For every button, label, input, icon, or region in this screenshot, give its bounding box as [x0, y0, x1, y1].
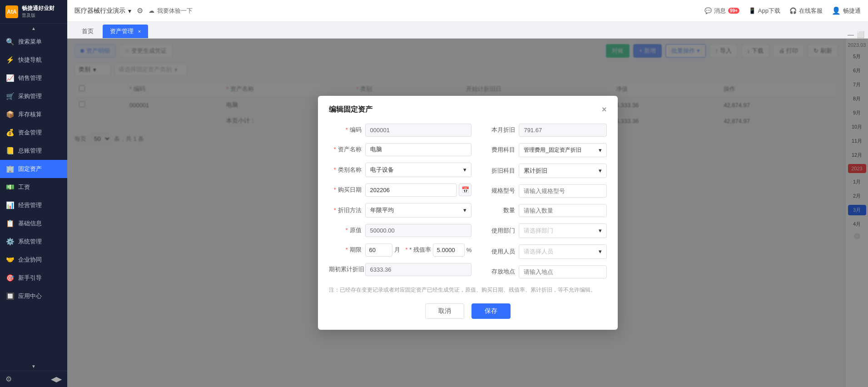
field-expense-subject-select[interactable]: 管理费用_固定资产折旧 ▾: [519, 143, 606, 157]
sidebar-item-search[interactable]: 🔍 搜索菜单: [0, 33, 67, 51]
field-spec-input[interactable]: [519, 184, 606, 198]
field-dep-subject: 折旧科目 累计折旧 ▾: [482, 164, 606, 178]
field-residual-input[interactable]: [433, 243, 465, 257]
settings-button[interactable]: ⚙: [137, 6, 143, 15]
topbar-left: 医疗器械行业演示 ▾ ⚙ ☁ 我要体验一下: [74, 6, 193, 15]
field-quantity-input[interactable]: [519, 204, 606, 217]
field-spec: 规格型号: [482, 184, 606, 198]
chevron-down-icon: ▾: [128, 7, 131, 15]
field-code-input[interactable]: [365, 124, 472, 137]
sidebar-item-guide[interactable]: 🎯 新手引导: [0, 269, 67, 287]
sidebar-item-operations[interactable]: 📊 经营管理: [0, 196, 67, 214]
sidebar-item-purchase[interactable]: 🛒 采购管理: [0, 87, 67, 105]
sidebar-item-system[interactable]: ⚙️ 系统管理: [0, 233, 67, 251]
cloud-icon: ☁: [149, 7, 154, 14]
tabbar: 首页 资产管理 × — ⬜: [67, 22, 868, 39]
field-expense-subject: 费用科目 管理费用_固定资产折旧 ▾: [482, 143, 606, 157]
main-area: 医疗器械行业演示 ▾ ⚙ ☁ 我要体验一下 💬 消息 99+ 📱 App下载 🎧…: [67, 0, 868, 387]
field-dept-label: 使用部门: [482, 227, 515, 235]
operations-icon: 📊: [5, 201, 15, 210]
topbar: 医疗器械行业演示 ▾ ⚙ ☁ 我要体验一下 💬 消息 99+ 📱 App下载 🎧…: [67, 0, 868, 22]
sidebar-item-app-center[interactable]: 🔲 应用中心: [0, 287, 67, 305]
field-purchase-date-input[interactable]: [365, 184, 457, 197]
sidebar-item-finance[interactable]: 💰 资金管理: [0, 124, 67, 142]
tab-close-button[interactable]: ×: [138, 29, 141, 34]
calendar-icon[interactable]: 📅: [459, 184, 471, 196]
modal-close-button[interactable]: ×: [602, 105, 607, 114]
field-quantity: 数量: [482, 204, 606, 217]
save-button[interactable]: 保存: [471, 303, 511, 319]
company-selector[interactable]: 医疗器械行业演示 ▾: [74, 7, 131, 15]
chevron-down-icon6: ▾: [463, 207, 466, 213]
sidebar-item-basic-info[interactable]: 📋 基础信息: [0, 214, 67, 233]
app-download-button[interactable]: 📱 App下载: [749, 7, 780, 15]
building-icon: 🏢: [5, 164, 15, 174]
download-icon: 📱: [749, 7, 756, 14]
sidebar-item-ledger[interactable]: 📒 总账管理: [0, 142, 67, 160]
customer-service-button[interactable]: 🎧 在线客服: [789, 7, 823, 15]
field-name-input[interactable]: [365, 143, 472, 156]
chevron-down-icon10: ▾: [599, 248, 602, 255]
field-category: 类别名称 电子设备 ▾: [329, 163, 472, 177]
modal-right-col: 本月折旧 费用科目 管理费用_固定资产折旧 ▾: [482, 124, 606, 278]
field-monthly-dep: 本月折旧: [482, 124, 606, 137]
user-menu[interactable]: 👤 畅捷通: [832, 6, 861, 15]
sidebar-item-fixed-assets[interactable]: 🏢 固定资产: [0, 160, 67, 178]
window-minimize-button[interactable]: —: [848, 31, 854, 38]
field-user-select[interactable]: 请选择人员 ▾: [519, 244, 606, 259]
field-quantity-label: 数量: [482, 206, 515, 214]
field-original-label: 原值: [329, 226, 362, 234]
tab-home[interactable]: 首页: [74, 25, 101, 38]
system-icon: ⚙️: [5, 237, 15, 246]
field-period-input[interactable]: [365, 243, 392, 257]
messages-button[interactable]: 💬 消息 99+: [704, 7, 739, 15]
field-purchase-date-label: 购买日期: [329, 186, 362, 194]
sidebar-item-payroll[interactable]: 💵 工资: [0, 178, 67, 196]
logo-icon: AtA: [5, 5, 18, 18]
field-code: 编码: [329, 124, 472, 137]
experience-button[interactable]: ☁ 我要体验一下: [149, 7, 193, 15]
settings-icon[interactable]: ⚙: [5, 375, 12, 383]
modal-left-col: 编码 资产名称 类别名称 电子设备: [329, 124, 472, 278]
field-user-label: 使用人员: [482, 248, 515, 256]
sidebar: AtA 畅捷通好业财 普及版 ▲ 🔍 搜索菜单 ⚡ 快捷导航 📈 销售管理 🛒 …: [0, 0, 67, 387]
cancel-button[interactable]: 取消: [425, 303, 464, 319]
topbar-right: 💬 消息 99+ 📱 App下载 🎧 在线客服 👤 畅捷通: [704, 6, 861, 15]
field-dept: 使用部门 请选择部门 ▾: [482, 223, 606, 238]
sidebar-nav: 🔍 搜索菜单 ⚡ 快捷导航 📈 销售管理 🛒 采购管理 📦 库存核算 💰 资金管…: [0, 33, 67, 362]
field-period-label: 期限: [329, 246, 362, 254]
field-monthly-dep-input[interactable]: [519, 124, 606, 137]
collapse-icon[interactable]: ◀▶: [51, 375, 62, 383]
sidebar-item-inventory[interactable]: 📦 库存核算: [0, 105, 67, 124]
sidebar-item-sales[interactable]: 📈 销售管理: [0, 69, 67, 87]
field-original-value: 原值: [329, 224, 472, 237]
field-initial-dep: 期初累计折旧: [329, 263, 472, 276]
field-dept-select[interactable]: 请选择部门 ▾: [519, 223, 606, 238]
sidebar-item-quick-nav[interactable]: ⚡ 快捷导航: [0, 51, 67, 69]
inventory-icon: 📦: [5, 110, 15, 119]
finance-icon: 💰: [5, 128, 15, 137]
search-icon: 🔍: [5, 37, 15, 46]
chevron-down-icon9: ▾: [599, 227, 602, 234]
field-original-input[interactable]: [365, 224, 472, 237]
period-unit: 月: [394, 246, 400, 254]
residual-rate-label: * 残值率: [406, 246, 431, 254]
sidebar-bottom: ⚙ ◀▶: [0, 371, 67, 387]
tab-asset-management[interactable]: 资产管理 ×: [103, 25, 148, 38]
sidebar-scroll-down[interactable]: ▼: [0, 362, 67, 371]
sidebar-item-collab[interactable]: 🤝 企业协同: [0, 251, 67, 269]
field-location-input[interactable]: [519, 265, 606, 278]
sidebar-logo: AtA 畅捷通好业财 普及版: [0, 0, 67, 24]
info-icon: 📋: [5, 219, 15, 228]
modal-overlay: 编辑固定资产 × 编码 资产名称: [67, 39, 868, 387]
field-category-select[interactable]: 电子设备 ▾: [365, 163, 472, 177]
field-name: 资产名称: [329, 143, 472, 156]
field-initial-dep-input[interactable]: [365, 263, 472, 276]
field-expense-subject-label: 费用科目: [482, 146, 515, 154]
sidebar-scroll-up[interactable]: ▲: [0, 24, 67, 33]
field-dep-subject-select[interactable]: 累计折旧 ▾: [519, 164, 606, 178]
user-icon: 👤: [832, 6, 841, 15]
field-category-label: 类别名称: [329, 166, 362, 174]
window-restore-button[interactable]: ⬜: [857, 31, 864, 38]
field-dep-method-select[interactable]: 年限平均 ▾: [365, 203, 472, 218]
